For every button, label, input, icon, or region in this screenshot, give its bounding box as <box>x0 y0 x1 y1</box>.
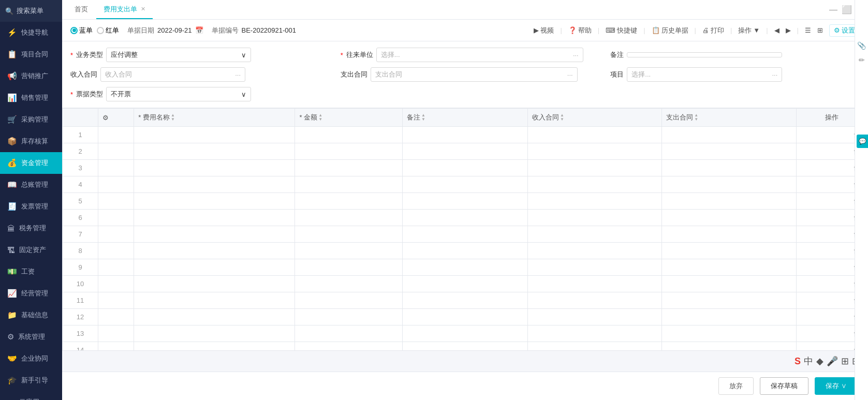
row-cell-income[interactable] <box>527 143 661 160</box>
row-cell-note[interactable] <box>402 342 527 351</box>
row-cell-expense[interactable] <box>662 226 796 243</box>
sidebar-item-ops[interactable]: 📈 经营管理 <box>0 283 62 304</box>
save-draft-button[interactable]: 保存草稿 <box>760 377 808 395</box>
row-cell-name[interactable] <box>134 276 295 292</box>
row-cell-expense[interactable] <box>662 210 796 226</box>
row-cell-income[interactable] <box>527 160 661 176</box>
row-cell-note[interactable] <box>402 176 527 193</box>
row-cell-amount[interactable] <box>295 210 402 226</box>
row-cell-note[interactable] <box>402 160 527 176</box>
sidebar-item-project-contract[interactable]: 📋 项目合同 <box>0 43 62 65</box>
row-cell-note[interactable] <box>402 259 527 276</box>
row-cell-note[interactable] <box>402 226 527 243</box>
row-cell-note[interactable] <box>402 210 527 226</box>
row-cell-income[interactable] <box>527 292 661 309</box>
row-cell-expense[interactable] <box>662 160 796 176</box>
row-cell-name[interactable] <box>134 160 295 176</box>
row-cell-expense[interactable] <box>662 276 796 292</box>
row-cell-note[interactable] <box>402 292 527 309</box>
sidebar-item-capital[interactable]: 💰 资金管理 <box>0 152 62 174</box>
row-cell-income[interactable] <box>527 226 661 243</box>
project-select[interactable]: 选择... ··· <box>627 67 782 82</box>
row-cell-name[interactable] <box>134 309 295 325</box>
row-cell-name[interactable] <box>134 193 295 210</box>
row-cell-expense[interactable] <box>662 342 796 351</box>
sidebar-item-salary[interactable]: 💵 工资 <box>0 261 62 283</box>
sidebar-item-new-guide[interactable]: 🎓 新手引导 <box>0 369 62 391</box>
help-btn[interactable]: ❓ 帮助 <box>568 26 592 35</box>
row-cell-expense[interactable] <box>662 127 796 143</box>
sidebar-item-sales[interactable]: 📊 销售管理 <box>0 87 62 109</box>
row-cell-income[interactable] <box>527 259 661 276</box>
history-btn[interactable]: 📋 历史单据 <box>652 26 688 35</box>
row-cell-expense[interactable] <box>662 243 796 259</box>
row-cell-amount[interactable] <box>295 276 402 292</box>
row-cell-name[interactable] <box>134 143 295 160</box>
row-cell-name[interactable] <box>134 243 295 259</box>
save-button[interactable]: 保存 ∨ <box>815 377 858 395</box>
row-cell-amount[interactable] <box>295 127 402 143</box>
discard-button[interactable]: 放弃 <box>718 377 754 395</box>
row-cell-amount[interactable] <box>295 143 402 160</box>
row-cell-amount[interactable] <box>295 160 402 176</box>
row-cell-income[interactable] <box>527 309 661 325</box>
sidebar-item-marketing[interactable]: 📢 营销推广 <box>0 65 62 87</box>
sidebar-item-inventory[interactable]: 📦 库存核算 <box>0 130 62 152</box>
row-cell-amount[interactable] <box>295 176 402 193</box>
row-cell-name[interactable] <box>134 342 295 351</box>
row-cell-amount[interactable] <box>295 243 402 259</box>
tab-close-expense[interactable]: ✕ <box>141 6 145 12</box>
sidebar-item-sys-manage[interactable]: ⚙ 系统管理 <box>0 326 62 348</box>
row-cell-income[interactable] <box>527 243 661 259</box>
row-cell-amount[interactable] <box>295 193 402 210</box>
business-type-select[interactable]: 应付调整 ∨ <box>106 48 251 62</box>
row-cell-income[interactable] <box>527 176 661 193</box>
grid-view-btn[interactable]: ⊞ <box>817 26 823 34</box>
row-cell-expense[interactable] <box>662 259 796 276</box>
row-cell-income[interactable] <box>527 325 661 342</box>
radio-blue[interactable]: 蓝单 <box>70 26 93 35</box>
nav-prev-btn[interactable]: ◀ <box>774 26 779 34</box>
row-cell-income[interactable] <box>527 193 661 210</box>
row-cell-expense[interactable] <box>662 193 796 210</box>
row-cell-expense[interactable] <box>662 292 796 309</box>
sidebar-item-tax[interactable]: 🏛 税务管理 <box>0 217 62 239</box>
row-cell-income[interactable] <box>527 127 661 143</box>
print-btn[interactable]: 🖨 打印 <box>702 26 724 35</box>
row-cell-name[interactable] <box>134 292 295 309</box>
actions-btn[interactable]: 操作 ▼ <box>738 26 760 35</box>
row-cell-amount[interactable] <box>295 259 402 276</box>
row-cell-income[interactable] <box>527 276 661 292</box>
nav-next-btn[interactable]: ▶ <box>786 26 791 34</box>
sidebar-item-invoice[interactable]: 🧾 发票管理 <box>0 196 62 217</box>
expense-contract-select[interactable]: 支出合同 ··· <box>371 67 578 82</box>
list-view-btn[interactable]: ☰ <box>805 26 811 34</box>
row-cell-amount[interactable] <box>295 226 402 243</box>
row-cell-name[interactable] <box>134 176 295 193</box>
row-cell-note[interactable] <box>402 276 527 292</box>
row-cell-amount[interactable] <box>295 342 402 351</box>
row-cell-name[interactable] <box>134 127 295 143</box>
sidebar-item-quick-nav[interactable]: ⚡ 快捷导航 <box>0 22 62 43</box>
row-cell-expense[interactable] <box>662 309 796 325</box>
note-input[interactable] <box>627 52 782 57</box>
sidebar-item-fixed-assets[interactable]: 🏗 固定资产 <box>0 239 62 261</box>
row-cell-name[interactable] <box>134 226 295 243</box>
sidebar-item-base-info[interactable]: 📁 基础信息 <box>0 304 62 326</box>
row-cell-income[interactable] <box>527 210 661 226</box>
row-cell-expense[interactable] <box>662 176 796 193</box>
row-cell-amount[interactable] <box>295 292 402 309</box>
row-cell-note[interactable] <box>402 309 527 325</box>
row-cell-name[interactable] <box>134 325 295 342</box>
row-cell-note[interactable] <box>402 193 527 210</box>
row-cell-name[interactable] <box>134 259 295 276</box>
sidebar-item-ledger[interactable]: 📖 总账管理 <box>0 174 62 196</box>
row-cell-amount[interactable] <box>295 309 402 325</box>
minimize-icon[interactable]: — <box>829 5 837 14</box>
row-cell-expense[interactable] <box>662 143 796 160</box>
sidebar-item-purchase[interactable]: 🛒 采购管理 <box>0 109 62 130</box>
edit-icon[interactable]: ✏ <box>859 56 865 64</box>
video-btn[interactable]: ▶ 视频 <box>534 26 554 35</box>
radio-red[interactable]: 红单 <box>97 26 119 35</box>
row-cell-amount[interactable] <box>295 325 402 342</box>
